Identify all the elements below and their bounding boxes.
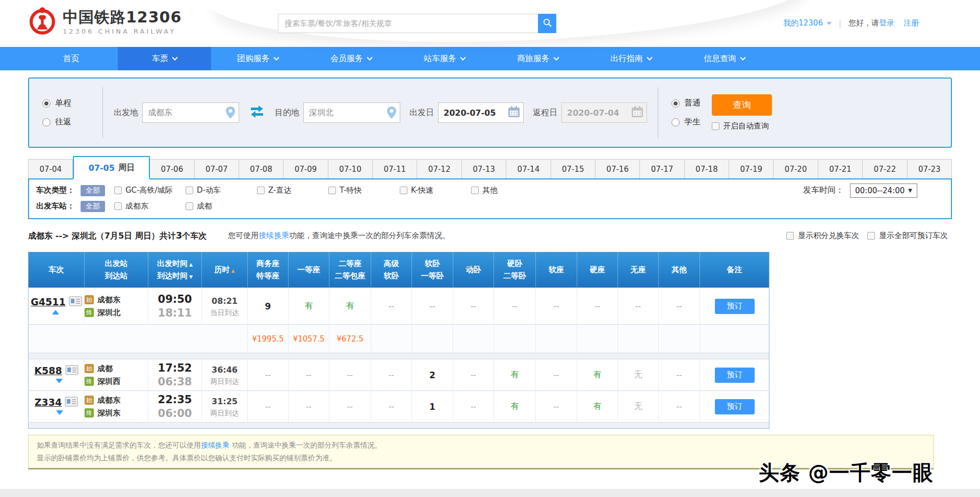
date-tab[interactable]: 07-11 — [373, 159, 417, 178]
date-tab[interactable]: 07-10 — [328, 159, 373, 178]
column-header[interactable]: 出发时间▲到达时间▼ — [148, 252, 202, 288]
date-tab[interactable]: 07-13 — [462, 159, 506, 178]
nav-item-label: 站车服务 — [424, 54, 456, 64]
arrival-day: 两日到达 — [202, 408, 247, 418]
query-button[interactable]: 查询 — [712, 94, 772, 116]
date-tab[interactable]: 07-08 — [239, 159, 283, 178]
seat-cell: -- — [494, 288, 536, 325]
one-way-radio[interactable]: 单程 — [42, 98, 96, 109]
nav-item[interactable]: 会员服务 — [304, 47, 398, 70]
arrival-day: 当日到达 — [202, 307, 247, 318]
column-header: 软座 — [536, 252, 577, 288]
date-tab[interactable]: 07-19 — [729, 159, 773, 178]
train-code-link[interactable]: Z334 — [35, 397, 62, 408]
date-tab[interactable]: 07-14 — [506, 159, 551, 178]
student-passenger-radio[interactable]: 学生 — [672, 117, 701, 127]
seat-cell: -- — [371, 288, 412, 325]
transfer-link[interactable]: 接续换乘 — [259, 231, 289, 240]
search-button[interactable] — [538, 14, 556, 33]
my-12306-link[interactable]: 我的12306 — [783, 18, 823, 28]
normal-passenger-radio[interactable]: 普通 — [672, 98, 701, 109]
expand-icon[interactable] — [56, 410, 63, 415]
train-type-checkbox[interactable]: Z-直达 — [257, 186, 328, 195]
train-type-checkbox[interactable]: 其他 — [471, 186, 543, 195]
date-tab[interactable]: 07-18 — [685, 159, 729, 178]
login-link[interactable]: 登录 — [879, 18, 894, 28]
nav-item[interactable]: 出行指南 — [584, 47, 678, 70]
column-header[interactable]: 历时▲ — [202, 252, 248, 288]
start-badge: 始 — [85, 396, 94, 405]
date-tab[interactable]: 07-06 — [150, 159, 194, 178]
price-cell — [577, 325, 618, 353]
train-type-checkbox[interactable]: GC-高铁/城际 — [114, 186, 186, 195]
tab-date-label: 07-06 — [161, 165, 184, 174]
nav-item[interactable]: 信息查询 — [678, 47, 771, 70]
seat-cell: -- — [371, 359, 412, 391]
date-tab[interactable]: 07-12 — [417, 159, 461, 178]
train-type-checkbox[interactable]: D-动车 — [186, 186, 257, 195]
nav-item[interactable]: 商旅服务 — [491, 47, 584, 70]
book-button[interactable]: 预订 — [715, 299, 755, 314]
date-tab[interactable]: 07-20 — [773, 159, 818, 178]
date-tab[interactable]: 07-16 — [596, 159, 640, 178]
column-header: 车次 — [29, 252, 85, 288]
date-tab[interactable]: 07-07 — [195, 159, 239, 178]
station-checkbox[interactable]: 成都 — [186, 201, 257, 211]
date-tab[interactable]: 07-04 — [28, 159, 73, 178]
logo[interactable]: 中国铁路12306 12306 CHINA RAILWAY — [28, 6, 182, 38]
filter-panel: 车次类型： 全部 GC-高铁/城际D-动车Z-直达T-特快K-快速其他 发车时间… — [28, 178, 952, 219]
date-tab[interactable]: 07-17 — [640, 159, 684, 178]
date-tab[interactable]: 07-23 — [908, 159, 952, 178]
train-type-checkbox[interactable]: T-特快 — [328, 186, 400, 195]
auto-query-checkbox[interactable]: 开启自动查询 — [712, 121, 769, 131]
arrival-day: 两日到达 — [202, 376, 247, 387]
train-type-checkbox[interactable]: K-快速 — [400, 186, 471, 195]
round-trip-radio[interactable]: 往返 — [42, 117, 96, 127]
date-tab[interactable]: 07-09 — [283, 159, 328, 178]
show-all-checkbox[interactable]: 显示全部可预订车次 — [867, 231, 948, 241]
train-code-link[interactable]: K588 — [34, 365, 62, 376]
expand-icon[interactable] — [52, 310, 59, 315]
expand-icon[interactable] — [56, 379, 63, 383]
date-tab[interactable]: 07-05周日 — [73, 156, 150, 179]
to-station-input[interactable] — [303, 102, 400, 123]
train-type-all-badge[interactable]: 全部 — [81, 185, 105, 196]
calendar-icon[interactable] — [508, 106, 520, 120]
tab-date-label: 07-16 — [606, 165, 629, 174]
transfer-link[interactable]: 接续换乘 — [201, 441, 229, 449]
main-content: 单程 往返 出发地 — [28, 77, 952, 469]
show-points-checkbox[interactable]: 显示积分兑换车次 — [786, 231, 859, 241]
station-checkbox[interactable]: 成都东 — [114, 201, 186, 211]
column-header: 硬座 — [577, 252, 618, 288]
checkbox-label: T-特快 — [340, 186, 362, 195]
station-all-badge[interactable]: 全部 — [81, 201, 105, 212]
sort-icon: ▲ — [231, 268, 235, 273]
depart-time-select[interactable]: 00:00--24:00 ▼ — [850, 184, 917, 198]
column-header: 软卧一等卧 — [412, 252, 453, 288]
register-link[interactable]: 注册 — [904, 18, 919, 28]
date-tab[interactable]: 07-22 — [863, 159, 907, 178]
from-station-input[interactable] — [142, 102, 239, 123]
top-links: 我的12306 | 您好，请 登录 注册 — [783, 18, 919, 28]
form-divider — [658, 87, 658, 138]
chevron-down-icon — [740, 55, 745, 60]
swap-stations-icon[interactable] — [249, 104, 265, 121]
checkbox-label: D-动车 — [197, 186, 221, 195]
depart-date-group: 出发日 — [409, 102, 524, 123]
date-tab[interactable]: 07-21 — [818, 159, 863, 178]
tab-date-label: 07-11 — [383, 165, 406, 174]
date-tab[interactable]: 07-15 — [551, 159, 596, 178]
train-type-filter-label: 车次类型： — [36, 186, 74, 195]
book-button[interactable]: 预订 — [715, 399, 755, 414]
search-input[interactable] — [278, 14, 538, 33]
train-code-link[interactable]: G4511 — [31, 296, 65, 307]
nav-item[interactable]: 车票 — [118, 47, 211, 70]
nav-item[interactable]: 站车服务 — [398, 47, 491, 70]
nav-item-label: 信息查询 — [704, 54, 736, 64]
nav-item[interactable]: 团购服务 — [211, 47, 304, 70]
book-button[interactable]: 预订 — [715, 368, 755, 383]
train-result-table: 车次出发站到达站出发时间▲到达时间▼历时▲商务座特等座一等座二等座二等包座高级软… — [28, 252, 769, 429]
nav-item-label: 车票 — [152, 54, 168, 64]
calendar-icon — [631, 106, 643, 120]
nav-item[interactable]: 首页 — [24, 47, 118, 70]
